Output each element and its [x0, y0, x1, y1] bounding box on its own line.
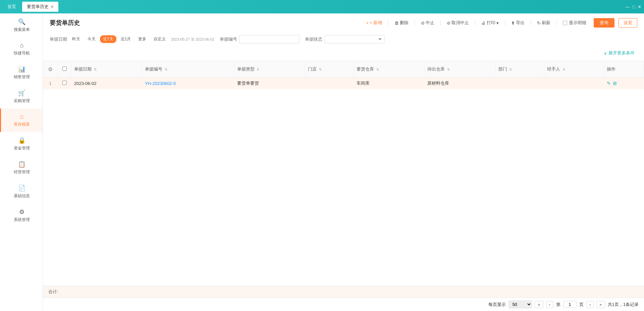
sidebar-item-label: 资金管理 [14, 145, 30, 151]
show-detail-button[interactable]: 显示明细 [561, 18, 588, 27]
cancel-stop-button[interactable]: ⊘ 取消中止 [445, 18, 471, 27]
table-container: ⚙ 单据日期 ⇅ 单据编号 ⇅ [43, 61, 644, 311]
date-btn-yesterday[interactable]: 昨天 [69, 35, 83, 43]
per-page-label: 每页显示 [488, 302, 506, 308]
row-store [305, 78, 354, 89]
data-table: ⚙ 单据日期 ⇅ 单据编号 ⇅ [43, 61, 644, 89]
status-filter-select[interactable] [324, 35, 385, 43]
minimize-button[interactable]: — [625, 4, 630, 9]
row-pending-warehouse: 原材料仓库 [425, 78, 495, 89]
row-docno: YH-20230602-0 [142, 78, 234, 89]
tab-requisition-history[interactable]: 要货单历史 ✕ [22, 2, 58, 12]
tab-home[interactable]: 首页 [3, 2, 21, 12]
delete-button[interactable]: 🗑 删除 [392, 18, 411, 27]
date-filter-buttons: 昨天 今天 近7天 近1月 更多 自定义 [69, 35, 169, 43]
print-button[interactable]: 🖨 打印 ▾ [479, 18, 501, 27]
sidebar-item-search-menu[interactable]: 🔍 搜索菜单 [0, 13, 43, 37]
docno-filter-group: 单据编号 [220, 35, 300, 43]
row-checkbox[interactable] [62, 81, 67, 85]
export-button[interactable]: ⬆ 导出 [509, 18, 527, 27]
print-dropdown-icon: ▾ [496, 20, 499, 26]
table-header-row: ⚙ 单据日期 ⇅ 单据编号 ⇅ [43, 61, 644, 78]
close-button[interactable]: ✕ [638, 4, 641, 9]
pagination-bar: 每页显示 20 50 100 « ‹ 第 页 › » 共1页，1条记录 [43, 298, 644, 311]
status-filter-group: 单据状态 [305, 35, 385, 43]
sort-icon-req-warehouse[interactable]: ⇅ [376, 68, 379, 71]
filter-area: 单据日期 昨天 今天 近7天 近1月 更多 自定义 2023-05-27 至 2… [50, 32, 637, 47]
finance-mgmt-icon: 🔒 [18, 137, 25, 144]
first-page-button[interactable]: « [535, 301, 543, 308]
purchase-mgmt-icon: 🛒 [18, 89, 25, 97]
edit-icon[interactable]: ✎ [607, 81, 611, 86]
docno-filter-input[interactable] [239, 35, 300, 43]
expand-more-button[interactable]: ∨ 展开更多条件 [601, 49, 637, 57]
toolbar-divider-6 [531, 20, 531, 26]
sidebar-item-label: 销售管理 [14, 74, 30, 80]
refresh-icon: ↻ [537, 20, 541, 26]
basic-info-icon: 📄 [18, 184, 25, 192]
sidebar-item-basic-info[interactable]: 📄 基础信息 [0, 180, 43, 204]
tab-close-icon[interactable]: ✕ [51, 5, 54, 9]
sidebar-item-quick-nav[interactable]: ⌂ 快捷导航 [0, 37, 43, 61]
column-settings-icon[interactable]: ⚙ [46, 64, 55, 74]
sys-mgmt-icon: ⚙ [19, 208, 24, 216]
page-label: 第 [556, 302, 560, 308]
per-page-select[interactable]: 20 50 100 [508, 301, 532, 308]
stop-icon: ⊘ [421, 20, 425, 26]
sort-icon-date[interactable]: ⇅ [94, 68, 97, 71]
table-wrapper[interactable]: ⚙ 单据日期 ⇅ 单据编号 ⇅ [43, 61, 644, 286]
query-button[interactable]: 查询 [594, 18, 614, 28]
row-dept [495, 78, 544, 89]
date-btn-7days[interactable]: 近7天 [100, 35, 116, 43]
print-icon: 🖨 [481, 20, 486, 26]
page-input[interactable] [563, 301, 577, 308]
table-footer: 合计: [43, 286, 644, 298]
last-page-button[interactable]: » [596, 301, 605, 308]
prev-page-button[interactable]: ‹ [546, 301, 553, 308]
th-req-warehouse: 要货仓库 ⇅ [354, 61, 425, 78]
maximize-button[interactable]: □ [632, 4, 635, 9]
th-dept: 部门 ⇅ [495, 61, 544, 78]
expand-more-row: ∨ 展开更多条件 [50, 47, 637, 61]
th-date: 单据日期 ⇅ [71, 61, 142, 78]
date-btn-today[interactable]: 今天 [85, 35, 99, 43]
sidebar-item-label: 库存核算 [14, 122, 30, 127]
sort-icon-dept[interactable]: ⇅ [509, 68, 512, 71]
sidebar-item-purchase-mgmt[interactable]: 🛒 采购管理 [0, 85, 43, 108]
row-handler [544, 78, 604, 89]
select-all-checkbox[interactable] [62, 66, 67, 71]
sort-icon-pending-warehouse[interactable]: ⇅ [447, 68, 450, 71]
sort-icon-docno[interactable]: ⇅ [165, 68, 167, 71]
search-menu-icon: 🔍 [18, 18, 25, 26]
sidebar-item-finance-mgmt[interactable]: 🔒 资金管理 [0, 132, 43, 156]
sort-icon-store[interactable]: ⇅ [319, 68, 322, 71]
ops-mgmt-icon: 📋 [18, 161, 25, 168]
sidebar-item-sys-mgmt[interactable]: ⚙ 系统管理 [0, 204, 43, 227]
docno-filter-label: 单据编号 [220, 36, 237, 42]
sidebar-item-label: 基础信息 [14, 193, 30, 199]
date-btn-1month[interactable]: 近1月 [118, 35, 134, 43]
chevron-down-icon: ∨ [604, 51, 607, 56]
row-req-warehouse: 车间库 [354, 78, 425, 89]
next-page-button[interactable]: › [586, 301, 594, 308]
sidebar-item-label: 搜索菜单 [14, 27, 30, 33]
th-checkbox [58, 61, 71, 78]
new-button[interactable]: + + 新增 [364, 18, 384, 27]
sidebar-item-inventory[interactable]: ⌂ 库存核算 [0, 108, 43, 132]
sidebar-item-sales-mgmt[interactable]: 📊 销售管理 [0, 61, 43, 85]
th-settings: ⚙ [43, 61, 58, 78]
sales-mgmt-icon: 📊 [18, 65, 25, 73]
table-row: 1 2023-06-02 YH-20230602-0 [43, 78, 644, 89]
delete-row-icon[interactable]: ⊞ [613, 81, 617, 86]
sort-icon-doctype[interactable]: ⇅ [257, 68, 259, 71]
date-btn-more[interactable]: 更多 [135, 35, 149, 43]
row-docno-link[interactable]: YH-20230602-0 [145, 81, 176, 86]
date-btn-custom[interactable]: 自定义 [151, 35, 169, 43]
stop-button[interactable]: ⊘ 中止 [419, 18, 436, 27]
settings-button[interactable]: 设置 [619, 18, 637, 28]
sidebar-item-ops-mgmt[interactable]: 📋 经营管理 [0, 156, 43, 180]
th-pending-warehouse: 待出仓库 ⇅ [425, 61, 495, 78]
sort-icon-handler[interactable]: ⇅ [562, 68, 565, 71]
toolbar-divider-5 [505, 20, 505, 26]
refresh-button[interactable]: ↻ 刷新 [535, 18, 552, 27]
